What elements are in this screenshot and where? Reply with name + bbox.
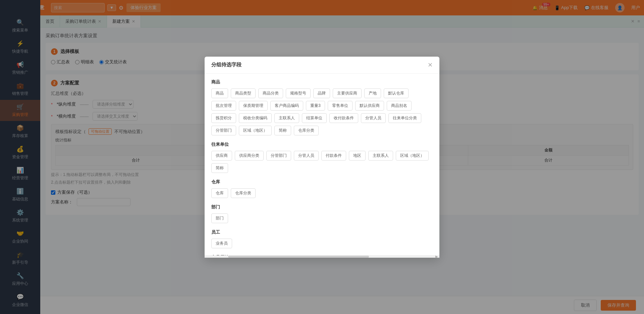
- field-tag[interactable]: 区域（地区）: [396, 151, 429, 161]
- field-tag[interactable]: 地区: [349, 151, 366, 161]
- field-tag[interactable]: 保质期管理: [239, 101, 268, 111]
- field-tag[interactable]: 产地: [364, 88, 381, 98]
- field-tag[interactable]: 分管部门: [266, 151, 291, 161]
- field-tag[interactable]: 区域（地区）: [239, 126, 272, 135]
- field-group-title: 商品: [211, 79, 433, 85]
- modal-close-button[interactable]: ✕: [428, 61, 433, 69]
- field-tag[interactable]: 商品类型: [231, 88, 256, 98]
- field-tag[interactable]: 规格型号: [286, 88, 311, 98]
- field-tag[interactable]: 部门: [211, 213, 228, 223]
- field-tag[interactable]: 品牌: [313, 88, 330, 98]
- field-tag[interactable]: 零售单位: [328, 101, 353, 111]
- field-tag[interactable]: 简称: [274, 126, 291, 135]
- scroll-right-arrow[interactable]: ▶: [434, 256, 439, 258]
- field-group-仓库: 仓库仓库仓库分类: [211, 179, 433, 198]
- field-group-title: 往来单位: [211, 141, 433, 147]
- field-tag[interactable]: 往来单位分类: [388, 113, 421, 123]
- field-tags: 仓库仓库分类: [211, 188, 433, 198]
- field-tags: 商品商品类型商品分类规格型号品牌主要供应商产地默认仓库批次管理保质期管理客户商品…: [211, 88, 433, 135]
- modal-overlay[interactable]: 分组待选字段 ✕ 商品商品商品类型商品分类规格型号品牌主要供应商产地默认仓库批次…: [0, 0, 644, 314]
- field-tag[interactable]: 结算单位: [302, 113, 327, 123]
- field-tag[interactable]: 税收分类编码: [239, 113, 272, 123]
- field-tag[interactable]: 客户商品编码: [270, 101, 303, 111]
- field-tag[interactable]: 商品: [211, 88, 228, 98]
- field-tags: 部门: [211, 213, 433, 223]
- field-tag[interactable]: 仓库: [211, 188, 228, 198]
- modal-body[interactable]: 商品商品商品类型商品分类规格型号品牌主要供应商产地默认仓库批次管理保质期管理客户…: [205, 74, 439, 255]
- field-tag[interactable]: 供应商: [211, 151, 232, 161]
- field-tag[interactable]: 拣货积分: [211, 113, 236, 123]
- field-tag[interactable]: 仓库分类: [231, 188, 256, 198]
- field-tag[interactable]: 收付款条件: [329, 113, 358, 123]
- field-tag[interactable]: 批次管理: [211, 101, 236, 111]
- field-tag[interactable]: 主联系人: [274, 113, 299, 123]
- modal-header: 分组待选字段 ✕: [205, 57, 439, 74]
- field-tag[interactable]: 分管人员: [361, 113, 386, 123]
- field-tag[interactable]: 仓库分类: [294, 126, 319, 135]
- scroll-thumb-horizontal[interactable]: [228, 256, 369, 258]
- field-group-部门: 部门部门: [211, 204, 433, 223]
- field-tag[interactable]: 分管部门: [211, 126, 236, 135]
- field-tag[interactable]: 主要供应商: [333, 88, 362, 98]
- field-tag[interactable]: 付款条件: [321, 151, 346, 161]
- field-tag[interactable]: 默认供应商: [355, 101, 384, 111]
- field-tags: 业务员: [211, 239, 433, 248]
- modal: 分组待选字段 ✕ 商品商品商品类型商品分类规格型号品牌主要供应商产地默认仓库批次…: [205, 57, 439, 258]
- field-group-员工: 员工业务员: [211, 229, 433, 248]
- modal-horizontal-scrollbar[interactable]: ▶: [205, 255, 439, 258]
- field-tag[interactable]: 默认仓库: [384, 88, 409, 98]
- field-group-title: 员工: [211, 229, 433, 235]
- field-tag[interactable]: 主联系人: [368, 151, 393, 161]
- field-group-往来单位: 往来单位供应商供应商分类分管部门分管人员付款条件地区主联系人区域（地区）简称: [211, 141, 433, 173]
- field-tag[interactable]: 商品别名: [387, 101, 412, 111]
- field-tag[interactable]: 分管人员: [294, 151, 319, 161]
- field-tags: 供应商供应商分类分管部门分管人员付款条件地区主联系人区域（地区）简称: [211, 151, 433, 173]
- field-tag[interactable]: 供应商分类: [235, 151, 264, 161]
- modal-title: 分组待选字段: [211, 62, 241, 68]
- field-group-title: 仓库: [211, 179, 433, 185]
- field-group-title: 部门: [211, 204, 433, 210]
- field-tag[interactable]: 简称: [211, 163, 228, 173]
- field-tag[interactable]: 业务员: [211, 239, 232, 248]
- field-tag[interactable]: 重量3: [306, 101, 325, 111]
- field-tag[interactable]: 商品分类: [258, 88, 283, 98]
- field-group-商品: 商品商品商品类型商品分类规格型号品牌主要供应商产地默认仓库批次管理保质期管理客户…: [211, 79, 433, 135]
